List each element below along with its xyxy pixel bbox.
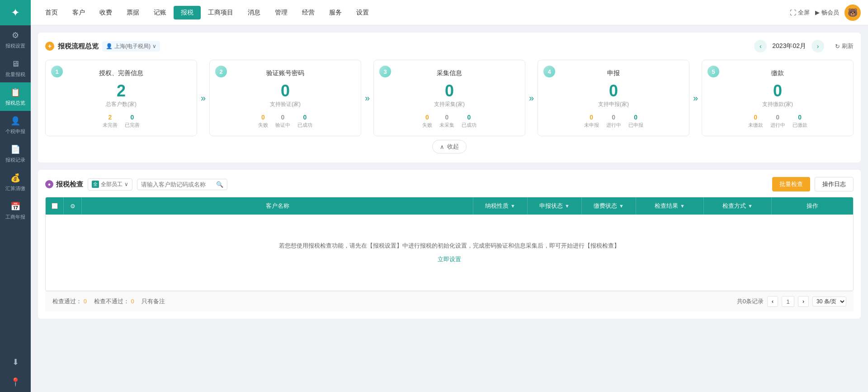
flow-arrow-4: »: [689, 60, 702, 136]
filter-icon[interactable]: ▼: [748, 203, 753, 209]
pass-label: 检查通过： 0: [52, 297, 87, 306]
collapse-icon: ∧: [440, 143, 444, 150]
sidebar-item-location-nav[interactable]: 📍: [0, 372, 31, 392]
th-tax-type: 纳税性质 ▼: [473, 197, 528, 215]
step-num-3: 3: [379, 66, 391, 77]
note-label: 只有备注: [142, 297, 165, 306]
staff-selector[interactable]: 全 全部员工 ∨: [88, 178, 132, 191]
stats-row-2: 0 失败 0 验证中 0 已成功: [217, 114, 354, 129]
main-number-2: 0: [217, 81, 354, 100]
filter-icon[interactable]: ▼: [680, 203, 685, 209]
refresh-button[interactable]: ↻ 刷新: [835, 42, 854, 50]
download-icon: ⬇: [10, 357, 21, 368]
batch-check-button[interactable]: 批量检查: [772, 177, 810, 191]
log-button[interactable]: 操作日志: [815, 177, 854, 191]
sidebar-item-tax-settings[interactable]: ⚙ 报税设置: [0, 25, 31, 54]
nav-business[interactable]: 工商项目: [201, 6, 241, 19]
panel-header: + 报税流程总览 👤 上海(电子税局) ∨ ‹ 2023年02月 › ↻ 刷新: [45, 40, 854, 53]
main-number-4: 0: [545, 81, 682, 100]
filter-icon[interactable]: ▼: [565, 203, 570, 209]
stat-num: 0: [425, 114, 429, 121]
prev-page-button[interactable]: ‹: [767, 296, 778, 307]
flow-card-4: 4 申报 0 支持申报(家) 0 未申报 0 进行中: [538, 60, 689, 136]
card-title-4: 申报: [545, 69, 682, 77]
sidebar-item-tax-records[interactable]: 📄 报税记录: [0, 139, 31, 168]
app-logo[interactable]: ✦: [0, 0, 31, 25]
fail-count[interactable]: 0: [131, 298, 134, 305]
th-payment-status: 缴费状态 ▼: [582, 197, 636, 215]
vip-button[interactable]: ▶ 畅会员: [815, 9, 839, 17]
stat-label: 验证中: [275, 122, 290, 129]
search-icon[interactable]: 🔍: [216, 181, 223, 188]
stat-label: 失败: [258, 122, 268, 129]
flow-arrow-3: »: [525, 60, 538, 136]
nav-items: 首页 客户 收费 票据 记账 报税 工商项目 消息 管理 经营 服务 设置: [38, 6, 790, 19]
nav-fees[interactable]: 收费: [92, 6, 119, 19]
nav-tax[interactable]: 报税: [174, 6, 201, 19]
sub-label-2: 支持验证(家): [217, 100, 354, 108]
main-number-3: 0: [381, 81, 518, 100]
stat-num: 0: [634, 114, 637, 121]
nav-operations[interactable]: 经营: [295, 6, 322, 19]
stats-row-1: 2 未完善 0 已完善: [53, 114, 189, 129]
stat-label: 已成功: [297, 122, 312, 129]
stat-item: 0 已缴款: [793, 114, 807, 129]
stat-num: 2: [108, 114, 112, 121]
sidebar-item-label: 工商年报: [5, 214, 25, 220]
sidebar-item-personal-filing[interactable]: 👤 个税申报: [0, 111, 31, 139]
nav-home[interactable]: 首页: [38, 6, 65, 19]
flow-card-5: 5 缴款 0 支持缴款(家) 0 未缴款 0 进行中: [702, 60, 854, 136]
sidebar-item-settlement[interactable]: 💰 汇算清缴: [0, 168, 31, 196]
next-page-button[interactable]: ›: [798, 296, 809, 307]
stat-item: 2 未完善: [103, 114, 118, 129]
sidebar-item-label: 个税申报: [5, 128, 25, 135]
per-page-select[interactable]: 30 条/页: [812, 296, 846, 306]
main-area: 首页 客户 收费 票据 记账 报税 工商项目 消息 管理 经营 服务 设置 ⛶ …: [31, 0, 868, 392]
flow-card-1: 1 授权、完善信息 2 总客户数(家) 2 未完善 0 已完善: [45, 60, 197, 136]
search-input[interactable]: [141, 181, 213, 188]
nav-settings[interactable]: 设置: [349, 6, 376, 19]
sidebar-bottom: ⬇ 📍: [0, 352, 31, 392]
pass-count[interactable]: 0: [84, 298, 87, 305]
prev-month-button[interactable]: ‹: [754, 40, 767, 53]
stat-item: 0 进行中: [606, 114, 621, 129]
gear-icon[interactable]: ⚙: [70, 203, 75, 210]
nav-invoices[interactable]: 票据: [119, 6, 146, 19]
sidebar-item-label: 报税记录: [5, 157, 25, 163]
main-number-1: 2: [53, 81, 189, 100]
nav-services[interactable]: 服务: [322, 6, 349, 19]
stat-num: 0: [261, 114, 265, 121]
location-nav-icon: 📍: [10, 377, 21, 387]
sidebar-item-batch-tax[interactable]: 🖥 批量报税: [0, 54, 31, 82]
filter-icon[interactable]: ▼: [510, 203, 515, 209]
nav-messages[interactable]: 消息: [241, 6, 268, 19]
sidebar-item-download[interactable]: ⬇: [0, 352, 31, 372]
refresh-icon: ↻: [835, 43, 840, 50]
avatar[interactable]: 🐻: [844, 5, 861, 21]
stat-num: 0: [467, 114, 471, 121]
sub-label-1: 总客户数(家): [53, 100, 189, 108]
setup-link[interactable]: 立即设置: [438, 255, 461, 263]
card-title-3: 采集信息: [381, 69, 518, 77]
nav-accounting[interactable]: 记账: [146, 6, 174, 19]
stat-num: 0: [754, 114, 757, 121]
select-all-checkbox[interactable]: [52, 203, 58, 209]
stat-item: 0 未缴款: [748, 114, 763, 129]
nav-clients[interactable]: 客户: [65, 6, 92, 19]
sidebar-item-annual-report[interactable]: 📅 工商年报: [0, 196, 31, 225]
stat-label: 已成功: [462, 122, 476, 129]
stat-label: 未完善: [103, 122, 118, 129]
stat-item: 0 验证中: [275, 114, 290, 129]
avatar-icon: 🐻: [848, 8, 858, 18]
check-title: ● 报税检查: [45, 180, 83, 189]
nav-management[interactable]: 管理: [268, 6, 295, 19]
personal-filing-icon: 👤: [10, 115, 21, 126]
collapse-button[interactable]: ∧ 收起: [432, 140, 467, 153]
search-box: 🔍: [137, 179, 227, 190]
next-month-button[interactable]: ›: [811, 40, 824, 53]
fullscreen-button[interactable]: ⛶ 全屏: [790, 9, 810, 17]
location-badge[interactable]: 👤 上海(电子税局) ∨: [102, 41, 160, 52]
stat-item: 0 未采集: [439, 114, 454, 129]
filter-icon[interactable]: ▼: [619, 203, 624, 209]
sidebar-item-tax-overview[interactable]: 📋 报税总览: [0, 82, 31, 111]
